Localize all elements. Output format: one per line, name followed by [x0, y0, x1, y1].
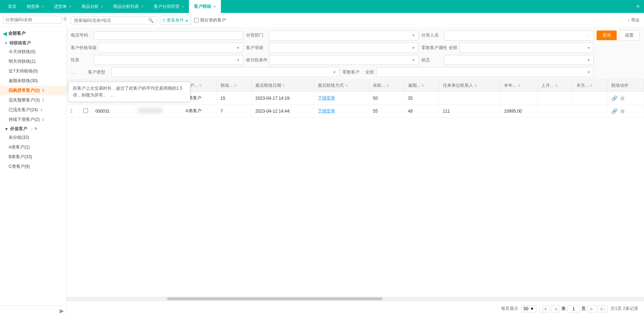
- th-this-year: 本年... ⇅: [500, 80, 538, 92]
- nav-tab-purchase[interactable]: 进货单 ×: [49, 0, 76, 13]
- sort-tmonth-icon[interactable]: ⇅: [590, 84, 593, 88]
- close-contact-tab[interactable]: ×: [213, 0, 216, 13]
- dept-select[interactable]: ▼: [269, 30, 418, 41]
- close-purchase-tab[interactable]: ×: [69, 0, 71, 13]
- main-search-input[interactable]: [74, 18, 147, 23]
- close-sales-tab[interactable]: ×: [42, 0, 44, 13]
- funnel-icon: ▽: [162, 18, 166, 23]
- customer-grade-select[interactable]: ▼: [269, 43, 418, 53]
- th-last-method: 最后联络方式 ⇅: [314, 80, 369, 92]
- row1-overdue: 35: [404, 92, 439, 105]
- sort-cat-icon[interactable]: ⇅: [199, 84, 202, 88]
- person-select[interactable]: …: [444, 30, 594, 41]
- sidebar-search-area: 🔍: [0, 13, 66, 27]
- gender-select[interactable]: ▼: [94, 55, 243, 65]
- my-customer-checkbox[interactable]: [194, 18, 199, 23]
- last-page-btn[interactable]: ▶|: [598, 305, 608, 312]
- th-last-month: 上月... ⇅: [538, 80, 573, 92]
- price-grade-select[interactable]: ▼: [98, 43, 243, 53]
- sort-method-icon[interactable]: ⇅: [345, 84, 348, 88]
- row2-last-method: 下销货单: [314, 105, 369, 118]
- next-page-btn[interactable]: ▶: [587, 305, 596, 312]
- page-suffix: 页: [582, 306, 586, 312]
- sort-contact-icon[interactable]: ⇅: [474, 84, 477, 88]
- edit-value-icon[interactable]: ○: [30, 127, 33, 131]
- sidebar-item-b-class[interactable]: B类客户(33): [0, 152, 66, 162]
- th-uncontacted: 未联... ⇅: [369, 80, 404, 92]
- retail-select[interactable]: ▼: [376, 67, 594, 77]
- sort-year-icon[interactable]: ⇅: [518, 84, 520, 88]
- sidebar-item-tomorrow[interactable]: 明天待联络(1): [0, 57, 66, 66]
- sidebar-item-repurchase-abnormal[interactable]: 回购异常客户(2) ℹ: [0, 86, 66, 95]
- filter-more-icon[interactable]: …: [71, 69, 76, 75]
- row1-action-icons: 🔗 ⊞: [611, 95, 640, 101]
- sidebar-item-today[interactable]: 今天待联络(0): [0, 47, 66, 57]
- row1-method-link[interactable]: 下销货单: [318, 95, 335, 100]
- page-input[interactable]: [567, 305, 580, 312]
- per-page-label: 每页显示: [501, 306, 518, 312]
- nav-tab-contact[interactable]: 客户联络 ×: [189, 0, 221, 13]
- close-analysis-list-tab[interactable]: ×: [141, 0, 143, 13]
- sort-date-icon[interactable]: ⇅: [282, 84, 285, 88]
- nav-close-button[interactable]: ×: [636, 3, 640, 10]
- nav-tab-crm[interactable]: 客户分层经营 ×: [149, 0, 189, 13]
- export-btn[interactable]: ↑ 导出: [627, 17, 640, 23]
- row2-action: 🔗 ⊞: [607, 105, 644, 118]
- nav-tab-home[interactable]: 首页: [3, 0, 22, 13]
- th-last-date: 最后联络日期 ⇅: [251, 80, 314, 92]
- sidebar-collapse-bottom-icon[interactable]: ▶: [60, 307, 64, 314]
- price-grade-caret: ▼: [236, 46, 240, 50]
- filter-btn-group: 查询 设置: [597, 30, 640, 41]
- row2-last-month: [538, 105, 573, 118]
- sidebar-item-churned[interactable]: 已流失客户(24) ℹ: [0, 105, 66, 115]
- sidebar-item-churn-warning[interactable]: 流失预警客户(3) ℹ: [0, 95, 66, 105]
- horizontal-scrollbar[interactable]: [66, 297, 644, 301]
- row2-method-link[interactable]: 下销货单: [318, 108, 335, 113]
- filter-area: 电话号码 分管部门 ▼ 分管人员 … 查询 设置: [66, 28, 644, 80]
- sidebar-item-a-class[interactable]: A类客户(1): [0, 142, 66, 152]
- sort-overdue-icon[interactable]: ⇅: [421, 84, 424, 88]
- table-row: 2 000031 A类客户 7 2023-04-12 14:44: 下销货单 5…: [66, 105, 644, 118]
- row2-link-icon[interactable]: 🔗: [611, 108, 617, 114]
- sidebar-item-overdue[interactable]: 逾期未联络(30): [0, 76, 66, 86]
- settings-value-icon[interactable]: ✎: [34, 127, 37, 131]
- status-select[interactable]: ▼: [444, 55, 594, 65]
- row1-grid-icon[interactable]: ⊞: [620, 95, 625, 101]
- sidebar-search-icon[interactable]: 🔍: [63, 17, 66, 22]
- first-page-btn[interactable]: |◀: [539, 305, 550, 312]
- close-analysis-tab[interactable]: ×: [101, 0, 103, 13]
- payment-label: 收付款条件: [246, 57, 268, 63]
- settings-btn[interactable]: 设置: [619, 30, 640, 41]
- row2-checkbox[interactable]: [83, 108, 88, 113]
- payment-select[interactable]: ▼: [269, 55, 418, 65]
- sidebar-item-c-class[interactable]: C类客户(6): [0, 162, 66, 171]
- all-customers-header[interactable]: ◀ 全部客户: [0, 28, 66, 39]
- prev-page-btn[interactable]: ◀: [551, 305, 560, 312]
- main-search-icon[interactable]: 🔍: [148, 18, 154, 23]
- sort-lmonth-icon[interactable]: ⇅: [555, 84, 558, 88]
- nav-tab-analysis[interactable]: 商品分析 ×: [77, 0, 108, 13]
- sidebar-search-input[interactable]: [3, 16, 62, 24]
- row2-grid-icon[interactable]: ⊞: [620, 108, 625, 114]
- collapse-icon: ◀: [3, 31, 7, 37]
- more-filter-btn[interactable]: ▽ 更多条件 ▲: [160, 16, 191, 25]
- query-btn[interactable]: 查询: [597, 30, 617, 40]
- customer-type-select[interactable]: ▼: [111, 67, 339, 77]
- phone-input[interactable]: [94, 31, 243, 40]
- sidebar-item-declining[interactable]: 持续下滑客户(2) ℹ: [0, 115, 66, 124]
- nav-tab-sales[interactable]: 销货单 ×: [22, 0, 49, 13]
- sidebar-item-ungrouped[interactable]: 未分组(32): [0, 133, 66, 142]
- sidebar-group-value[interactable]: ▼ 价值客户 ○ ✎: [0, 124, 66, 133]
- row1-link-icon[interactable]: 🔗: [611, 95, 617, 101]
- my-customer-checkbox-wrap[interactable]: 我分管的客户: [194, 17, 226, 23]
- per-page-select[interactable]: 50 ▼: [521, 305, 537, 312]
- close-crm-tab[interactable]: ×: [182, 0, 184, 13]
- scroll-thumb[interactable]: [167, 297, 383, 300]
- sidebar-group-pending[interactable]: ▼ 待联络客户: [0, 39, 66, 47]
- sort-contacts-icon[interactable]: ⇅: [234, 84, 237, 88]
- filter-cell-retail: 零散客户 全部 ▼: [342, 67, 594, 77]
- retail-attr-select[interactable]: ▼: [459, 43, 594, 53]
- sort-uncontacted-icon[interactable]: ⇅: [386, 84, 389, 88]
- nav-tab-analysis-list[interactable]: 商品分析列表 ×: [108, 0, 148, 13]
- sidebar-item-7days[interactable]: 近7天待联络(0): [0, 66, 66, 76]
